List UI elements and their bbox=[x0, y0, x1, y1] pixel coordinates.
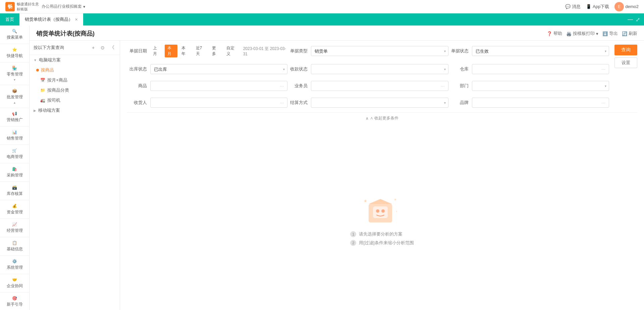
sidebar-item-guide[interactable]: 🎯 新手引导 bbox=[0, 293, 29, 310]
search-icon: 🔍 bbox=[12, 29, 17, 34]
date-btn-7days[interactable]: 近7天 bbox=[193, 45, 208, 57]
empty-state: ★ ★ ✦ 1 请先选择要分析的方案 2 用[过滤]条件来缩小分析范围 bbox=[120, 128, 644, 310]
topbar-right: 💬 消息 📱 App下载 E demo2 bbox=[565, 2, 639, 11]
brand-input[interactable]: ··· bbox=[472, 98, 609, 108]
receiver-control: ··· bbox=[150, 98, 287, 108]
settings-button[interactable]: 设置 bbox=[614, 57, 637, 68]
goods-control: ··· bbox=[150, 81, 287, 91]
department-select-wrap: ▾ bbox=[472, 81, 609, 91]
hint-num-2: 2 bbox=[350, 240, 356, 246]
main-layout: 🔍 搜索菜单 ⭐ 快捷导航 🏪 零售管理 ▼ 📦 批发管理 ▲ 📢 营销推广 📊… bbox=[0, 25, 644, 310]
purchase-icon: 🛍️ bbox=[12, 167, 17, 171]
date-btn-this-year[interactable]: 本年 bbox=[179, 45, 192, 57]
tabbar: 首页 销货单统计表（按商品） ✕ — ⤢ bbox=[0, 13, 644, 25]
wholesale-expand-icon: ▲ bbox=[13, 101, 16, 104]
retail-expand-icon: ▼ bbox=[13, 78, 16, 82]
topbar: 畅 畅捷通好生意 标账版 办公用品行业模拟账套 ▾ 💬 消息 📱 App下载 E… bbox=[0, 0, 644, 13]
filter-columns: 单据日期 上月 本月 本年 近7天 更多 自定义 bbox=[127, 45, 609, 111]
query-buttons-area: 查询 设置 bbox=[609, 45, 637, 68]
hint-text-1: 请先选择要分析的方案 bbox=[359, 231, 402, 237]
filter-row-1: 单据日期 上月 本月 本年 近7天 更多 自定义 bbox=[127, 45, 637, 111]
tree-item-by-month-goods[interactable]: 📅 按月+商品 bbox=[30, 75, 120, 85]
tree-item-by-goods[interactable]: 按商品 bbox=[30, 65, 120, 75]
date-label: 单据日期 bbox=[127, 48, 150, 54]
help-button[interactable]: ❓ 帮助 bbox=[547, 31, 562, 37]
sidebar-item-management[interactable]: 📈 经营管理 bbox=[0, 219, 29, 237]
warehouse-status-label: 出库状态 bbox=[127, 66, 150, 72]
receiver-dots-icon: ··· bbox=[280, 100, 284, 105]
payment-status-select[interactable] bbox=[311, 64, 448, 74]
date-btn-last-month[interactable]: 上月 bbox=[150, 45, 163, 57]
empty-hints: 1 请先选择要分析的方案 2 用[过滤]条件来缩小分析范围 bbox=[350, 231, 414, 246]
app-download-button[interactable]: 📱 App下载 bbox=[586, 4, 609, 10]
warehouse-dots-icon: ··· bbox=[601, 66, 605, 72]
tab-close-icon[interactable]: ✕ bbox=[75, 17, 78, 22]
breadcrumb[interactable]: 办公用品行业模拟账套 ▾ bbox=[42, 4, 85, 9]
calendar-icon: 📅 bbox=[40, 78, 45, 83]
tree-item-by-goods-category[interactable]: 📁 按商品分类 bbox=[30, 85, 120, 95]
receiver-input[interactable]: ··· bbox=[150, 98, 287, 108]
goods-dots-icon: ··· bbox=[280, 83, 284, 89]
doc-status-select[interactable]: 已生效 bbox=[472, 46, 609, 56]
tab-sales-stats[interactable]: 销货单统计表（按商品） ✕ bbox=[19, 13, 83, 25]
salesperson-label: 业务员 bbox=[287, 83, 311, 89]
doc-type-select[interactable]: 销货单 bbox=[311, 46, 448, 56]
folder-icon: 📁 bbox=[40, 88, 45, 93]
date-btn-more[interactable]: 更多 bbox=[209, 45, 222, 57]
goods-input[interactable]: ··· bbox=[150, 81, 287, 91]
user-area[interactable]: E demo2 bbox=[614, 2, 639, 11]
refresh-button[interactable]: 🔄 刷新 bbox=[622, 31, 637, 37]
sidebar-item-quick-nav[interactable]: ⭐ 快捷导航 bbox=[0, 44, 29, 62]
empty-hint-1: 1 请先选择要分析的方案 bbox=[350, 231, 414, 237]
settings-scheme-button[interactable]: ⊙ bbox=[99, 44, 106, 51]
department-select[interactable] bbox=[472, 81, 609, 91]
doc-type-select-wrap: 销货单 ▾ bbox=[311, 46, 448, 56]
finance-icon: 💰 bbox=[12, 204, 17, 208]
tree-item-by-driver[interactable]: 🚛 按司机 bbox=[30, 95, 120, 105]
sidebar-item-system[interactable]: ⚙️ 系统管理 bbox=[0, 256, 29, 274]
warehouse-input[interactable]: ··· bbox=[472, 64, 609, 74]
message-button[interactable]: 💬 消息 bbox=[565, 4, 581, 10]
collapse-panel-button[interactable]: 《 bbox=[108, 44, 116, 51]
svg-text:★: ★ bbox=[394, 198, 397, 201]
maximize-button[interactable]: ⤢ bbox=[636, 16, 640, 23]
warehouse-control: ··· bbox=[472, 64, 609, 74]
print-button[interactable]: 🖨️ 按模板打印 ▾ bbox=[566, 31, 598, 37]
sidebar-item-basic-info[interactable]: 📋 基础信息 bbox=[0, 237, 29, 256]
add-scheme-button[interactable]: + bbox=[90, 44, 97, 51]
salesperson-input[interactable]: ··· bbox=[311, 81, 448, 91]
export-button[interactable]: ⬇️ 导出 bbox=[602, 31, 618, 37]
sidebar-item-sales[interactable]: 📊 销售管理 bbox=[0, 126, 29, 145]
date-btn-this-month[interactable]: 本月 bbox=[165, 45, 178, 57]
brand-control: ··· bbox=[472, 98, 609, 108]
payment-status-label: 收款状态 bbox=[287, 66, 311, 72]
help-icon: ❓ bbox=[547, 31, 552, 36]
date-btn-custom[interactable]: 自定义 bbox=[224, 45, 240, 57]
tree-mobile-group[interactable]: ▶ 移动端方案 bbox=[30, 105, 120, 115]
tab-home[interactable]: 首页 bbox=[0, 13, 19, 25]
minimize-button[interactable]: — bbox=[628, 16, 633, 22]
sidebar-search[interactable]: 🔍 搜索菜单 bbox=[0, 25, 29, 44]
app-download-icon: 📱 bbox=[586, 4, 591, 9]
sidebar-item-inventory[interactable]: 🗃️ 库存核算 bbox=[0, 182, 29, 200]
sidebar-item-enterprise-collab[interactable]: 🤝 企业协同 bbox=[0, 274, 29, 293]
sidebar-item-wholesale[interactable]: 📦 批发管理 ▲ bbox=[0, 85, 29, 108]
warehouse-status-select[interactable]: 已出库 bbox=[150, 64, 287, 74]
sidebar-item-purchase[interactable]: 🛍️ 采购管理 bbox=[0, 163, 29, 182]
settlement-select[interactable] bbox=[311, 98, 448, 108]
collapse-more-conditions-button[interactable]: ∧ ∧ 收起更多条件 bbox=[127, 112, 637, 124]
sidebar-item-finance[interactable]: 💰 资金管理 bbox=[0, 200, 29, 219]
filter-row-4: 收货人 ··· 结算方式 bbox=[127, 98, 609, 108]
tree-expand-icon: ▼ bbox=[34, 58, 37, 62]
sidebar-item-retail[interactable]: 🏪 零售管理 ▼ bbox=[0, 62, 29, 85]
date-controls: 上月 本月 本年 近7天 更多 自定义 2023-03-01 至 2023-03… bbox=[150, 45, 287, 57]
sidebar-item-ecommerce[interactable]: 🛒 电商管理 bbox=[0, 145, 29, 163]
query-button[interactable]: 查询 bbox=[614, 45, 637, 55]
breadcrumb-dropdown-icon[interactable]: ▾ bbox=[83, 4, 85, 9]
tree-desktop-group[interactable]: ▼ 电脑端方案 bbox=[30, 55, 120, 65]
logo-text: 畅捷通好生意 标账版 bbox=[17, 2, 39, 11]
tree-mobile-expand-icon: ▶ bbox=[34, 109, 36, 112]
date-quick-group: 上月 本月 本年 近7天 更多 自定义 2023-03-01 至 2023-03… bbox=[150, 45, 287, 57]
left-panel-tools: + ⊙ 《 bbox=[90, 44, 116, 51]
sidebar-item-marketing[interactable]: 📢 营销推广 bbox=[0, 108, 29, 126]
